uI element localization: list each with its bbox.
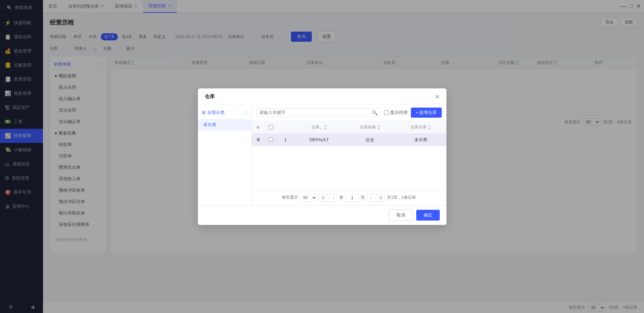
col-category-header: 仓库分类 ▲▼ xyxy=(395,124,446,131)
row-gear: ⚙ xyxy=(252,137,265,142)
prev-page-btn[interactable]: ‹ xyxy=(329,194,337,202)
all-categories-label: ⊞ 全部分类 xyxy=(202,110,225,116)
page-suffix: 页 xyxy=(361,195,365,200)
modal-pagination: 每页显示 50 100 ⟨⟨ ‹ 第 页 › ⟩⟩ 共1页，1条记录 xyxy=(252,190,446,205)
sort-icon-name: ▲▼ xyxy=(377,124,380,131)
per-page-select-modal[interactable]: 50 100 xyxy=(300,194,317,202)
row-num: 1 xyxy=(277,137,294,142)
table-row[interactable]: ⚙ 1 DEFAULT 总仓 未分类 xyxy=(252,134,446,146)
show-disabled-input[interactable] xyxy=(384,110,389,115)
row-name: 总仓 xyxy=(345,137,395,143)
show-disabled-checkbox[interactable]: 显示停用 xyxy=(384,110,407,116)
modal-close-button[interactable]: ✕ xyxy=(435,93,440,101)
add-warehouse-button[interactable]: + 新增仓库 xyxy=(411,108,441,118)
search-input[interactable] xyxy=(259,110,371,115)
row-checkbox[interactable] xyxy=(269,137,273,142)
modal-toolbar: 🔍 显示停用 + 新增仓库 xyxy=(252,104,446,121)
modal-table: ⚙ 仓库... ▲▼ 仓库名称 ▲▼ xyxy=(252,121,446,190)
col-gear-header: ⚙ xyxy=(252,125,265,130)
modal-left-item-uncategorized[interactable]: 未分类 xyxy=(198,119,251,130)
first-page-btn[interactable]: ⟨⟨ xyxy=(319,194,327,202)
show-disabled-label: 显示停用 xyxy=(390,110,407,116)
select-all-checkbox[interactable] xyxy=(269,125,273,129)
row-category: 未分类 xyxy=(395,137,446,143)
modal-title: 仓库 xyxy=(205,93,215,100)
all-categories-icon: ⊞ xyxy=(202,110,206,115)
col-code-header: 仓库... ▲▼ xyxy=(294,124,345,131)
search-icon: 🔍 xyxy=(372,110,378,115)
row-check[interactable] xyxy=(265,137,277,143)
modal-left-collapse[interactable]: 《 xyxy=(243,110,247,116)
modal-header: 仓库 ✕ xyxy=(198,88,446,104)
per-page-label-modal: 每页显示 xyxy=(282,195,298,200)
page-label: 第 xyxy=(339,195,343,200)
search-box[interactable]: 🔍 xyxy=(256,108,381,117)
page-input[interactable] xyxy=(345,194,359,202)
confirm-button[interactable]: 确定 xyxy=(416,210,440,221)
warehouse-modal: 仓库 ✕ ⊞ 全部分类 《 未分类 xyxy=(198,88,446,225)
modal-right-panel: 🔍 显示停用 + 新增仓库 ⚙ xyxy=(252,104,446,205)
next-page-btn[interactable]: › xyxy=(367,194,375,202)
sort-icon-category: ▲▼ xyxy=(428,124,431,131)
modal-overlay[interactable]: 仓库 ✕ ⊞ 全部分类 《 未分类 xyxy=(0,0,644,313)
last-page-btn[interactable]: ⟩⟩ xyxy=(377,194,385,202)
modal-left-panel: ⊞ 全部分类 《 未分类 xyxy=(198,104,252,205)
modal-footer: 取消 确定 xyxy=(198,205,446,225)
cancel-button[interactable]: 取消 xyxy=(389,209,413,221)
modal-left-scroll: 未分类 xyxy=(198,119,251,202)
sort-icon-code: ▲▼ xyxy=(324,124,327,131)
total-label: 共1页，1条记录 xyxy=(387,195,416,200)
modal-left-header: ⊞ 全部分类 《 xyxy=(198,108,251,119)
modal-table-header: ⚙ 仓库... ▲▼ 仓库名称 ▲▼ xyxy=(252,121,446,134)
col-check-header xyxy=(265,125,277,129)
col-name-header: 仓库名称 ▲▼ xyxy=(345,124,395,131)
modal-body: ⊞ 全部分类 《 未分类 🔍 xyxy=(198,104,446,205)
row-code: DEFAULT xyxy=(294,137,345,142)
